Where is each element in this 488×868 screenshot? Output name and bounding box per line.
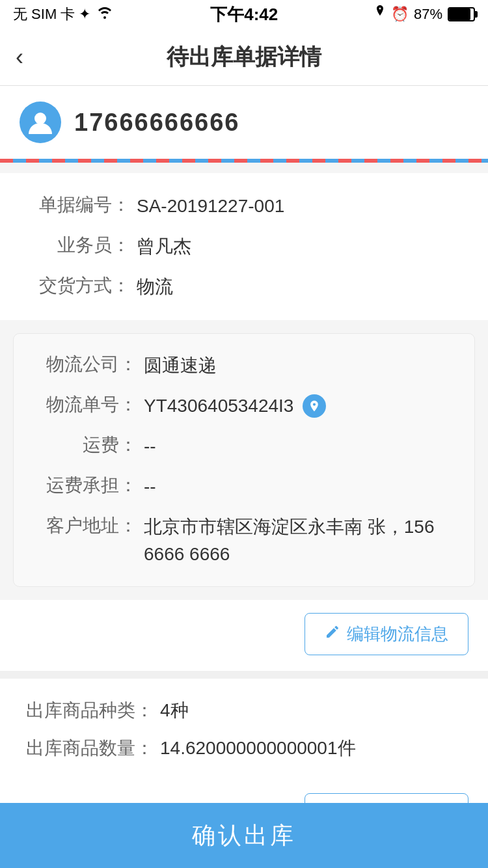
edit-logistics-label: 编辑物流信息 <box>347 623 448 645</box>
logistics-company-row: 物流公司： 圆通速递 <box>33 352 455 379</box>
wifi-icon <box>96 6 114 23</box>
delivery-method-value: 物流 <box>137 273 462 301</box>
avatar <box>20 102 61 143</box>
logistics-company-label: 物流公司： <box>33 352 137 377</box>
status-bar-left: 无 SIM 卡 ✦ <box>13 5 114 24</box>
svg-point-0 <box>34 113 46 124</box>
document-number-value: SA-20191227-001 <box>137 193 462 220</box>
alarm-icon: ⏰ <box>391 6 409 23</box>
location-active-icon <box>374 5 386 23</box>
page-title: 待出库单据详情 <box>167 42 321 72</box>
dashed-divider <box>0 159 488 163</box>
edit-logistics-area: 编辑物流信息 <box>0 600 488 671</box>
product-quantity-label: 出库商品数量： <box>26 736 154 761</box>
basic-info-section: 单据编号： SA-20191227-001 业务员： 曾凡杰 交货方式： 物流 <box>0 173 488 320</box>
tracking-location-icon[interactable] <box>303 394 326 418</box>
customer-header: 17666666666 <box>0 86 488 159</box>
delivery-method-row: 交货方式： 物流 <box>26 273 462 301</box>
sales-person-label: 业务员： <box>26 233 130 258</box>
address-row: 客户地址： 北京市市辖区海淀区永丰南 张，156 6666 6666 <box>33 513 455 568</box>
confirm-button-label: 确认出库 <box>192 820 296 852</box>
tracking-number-value: YT43064053424I3 <box>144 392 455 420</box>
product-summary-section: 出库商品种类： 4种 出库商品数量： 14.620000000000001件 <box>0 679 488 780</box>
status-bar: 无 SIM 卡 ✦ 下午4:42 ⏰ 87% <box>0 0 488 29</box>
nav-bar: ‹ 待出库单据详情 <box>0 29 488 86</box>
freight-bearer-row: 运费承担： -- <box>33 473 455 500</box>
freight-bearer-label: 运费承担： <box>33 473 137 498</box>
freight-label: 运费： <box>33 433 137 457</box>
battery-text: 87% <box>414 6 442 23</box>
address-label: 客户地址： <box>33 513 137 538</box>
customer-phone: 17666666666 <box>74 109 239 137</box>
product-types-label: 出库商品种类： <box>26 698 154 723</box>
freight-bearer-value: -- <box>144 473 455 500</box>
edit-logistics-button[interactable]: 编辑物流信息 <box>305 613 468 655</box>
freight-row: 运费： -- <box>33 433 455 460</box>
status-bar-time: 下午4:42 <box>210 3 278 26</box>
tracking-number-label: 物流单号： <box>33 392 137 417</box>
status-bar-right: ⏰ 87% <box>374 5 475 23</box>
confirm-button-bar[interactable]: 确认出库 <box>0 803 488 868</box>
logistics-card: 物流公司： 圆通速递 物流单号： YT43064053424I3 运费： -- … <box>13 333 475 587</box>
delivery-method-label: 交货方式： <box>26 273 130 298</box>
document-number-row: 单据编号： SA-20191227-001 <box>26 193 462 220</box>
product-types-row: 出库商品种类： 4种 <box>26 698 462 723</box>
product-types-value: 4种 <box>160 698 189 723</box>
battery-icon <box>448 7 475 21</box>
sales-person-row: 业务员： 曾凡杰 <box>26 233 462 260</box>
freight-value: -- <box>144 433 455 460</box>
document-number-label: 单据编号： <box>26 193 130 217</box>
product-quantity-row: 出库商品数量： 14.620000000000001件 <box>26 736 462 761</box>
section-divider <box>0 671 488 679</box>
address-value: 北京市市辖区海淀区永丰南 张，156 6666 6666 <box>144 513 455 568</box>
product-quantity-value: 14.620000000000001件 <box>160 736 356 761</box>
back-button[interactable]: ‹ <box>16 44 23 71</box>
sim-text: 无 SIM 卡 ✦ <box>13 5 90 24</box>
edit-icon <box>325 624 340 644</box>
tracking-number-row: 物流单号： YT43064053424I3 <box>33 392 455 420</box>
logistics-company-value: 圆通速递 <box>144 352 455 379</box>
sales-person-value: 曾凡杰 <box>137 233 462 260</box>
